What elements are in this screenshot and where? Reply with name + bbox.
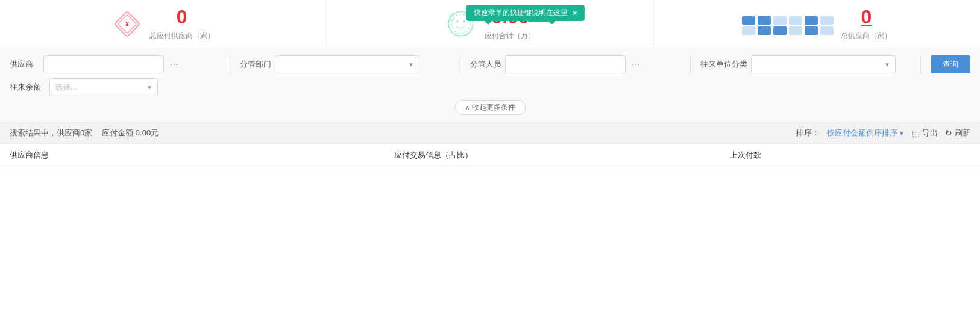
divider-2 [460, 55, 460, 73]
payable-suppliers-number: 0 [177, 7, 187, 28]
tooltip-bubble: 快速录单的快捷键说明在这里 × [466, 5, 585, 21]
refresh-btn[interactable]: ↻ 刷新 [945, 128, 970, 138]
unit-category-chevron-icon: ▼ [884, 61, 890, 68]
empty-table-area [0, 167, 980, 310]
balance-placeholder: 选择... [55, 82, 77, 93]
supplier-filter: 供应商 ··· [10, 55, 220, 73]
col-transaction-header: 应付交易信息（占比） [394, 150, 730, 161]
filter-section: 供应商 ··· 分管部门 ▼ 分管人员 ··· 往来单位分类 ▼ [0, 48, 980, 123]
total-suppliers-item: 0 总供应商（家） [654, 0, 980, 48]
payable-total-label: 应付合计（万） [485, 31, 535, 41]
col-supplier-info-header: 供应商信息 [10, 150, 394, 161]
sort-label: 排序： [796, 128, 820, 138]
export-icon: ⬚ [912, 128, 920, 138]
supplier-label: 供应商 [10, 59, 40, 70]
results-bar: 搜索结果中，供应商0家 应付金额 0.00元 排序： 按应付会额倒序排序 ▼ ⬚… [0, 123, 980, 144]
svg-point-6 [463, 20, 466, 23]
total-suppliers-label: 总供应商（家） [841, 31, 891, 41]
supplier-dots-btn[interactable]: ··· [170, 59, 178, 70]
results-actions: 排序： 按应付会额倒序排序 ▼ ⬚ 导出 ↻ 刷新 [796, 128, 970, 138]
filter-row-1: 供应商 ··· 分管部门 ▼ 分管人员 ··· 往来单位分类 ▼ [10, 55, 970, 73]
collapse-btn-label: 收起更多条件 [472, 102, 515, 113]
query-button[interactable]: 查询 [931, 55, 970, 73]
tooltip-close-btn[interactable]: × [573, 8, 577, 17]
sort-chevron-icon: ▼ [899, 130, 905, 137]
payable-amount: 应付金额 0.00元 [102, 128, 159, 138]
supplier-input[interactable] [43, 55, 164, 73]
collapse-btn[interactable]: ∧ 收起更多条件 [455, 100, 526, 115]
sort-value: 按应付会额倒序排序 [827, 128, 897, 138]
dept-select[interactable]: ▼ [275, 55, 419, 73]
balance-label: 往来余额 [10, 82, 46, 93]
collapse-more-area: ∧ 收起更多条件 [10, 100, 970, 115]
divider-3 [690, 55, 691, 73]
refresh-label: 刷新 [955, 128, 970, 138]
blue-boxes-icon [742, 16, 834, 25]
total-payable-suppliers-item: ¥ 0 总应付供应商（家） [0, 0, 327, 48]
diamond-icon: ¥ [112, 9, 142, 39]
person-label: 分管人员 [470, 59, 501, 70]
collapse-chevron-icon: ∧ [465, 104, 470, 111]
divider-1 [230, 55, 230, 73]
unit-category-select[interactable]: ▼ [751, 55, 896, 73]
payable-suppliers-label: 总应付供应商（家） [149, 31, 215, 41]
payable-total-item: 0.00 应付合计（万） 快速录单的快捷键说明在这里 × [327, 0, 653, 48]
svg-text:¥: ¥ [125, 21, 129, 28]
export-btn[interactable]: ⬚ 导出 [912, 128, 938, 138]
unit-category-filter: 往来单位分类 ▼ [700, 55, 911, 73]
total-suppliers-number: 0 [861, 7, 872, 28]
person-input[interactable] [505, 55, 626, 73]
results-info: 搜索结果中，供应商0家 应付金额 0.00元 [10, 128, 159, 138]
dept-label: 分管部门 [240, 59, 271, 70]
svg-point-5 [457, 20, 459, 23]
refresh-icon: ↻ [945, 128, 952, 138]
table-header: 供应商信息 应付交易信息（占比） 上次付款 [0, 144, 980, 167]
suppliers-count: 搜索结果中，供应商0家 [10, 128, 92, 138]
summary-bar: ¥ 0 总应付供应商（家） 0.00 应付合计（万） 快速录单的 [0, 0, 980, 48]
dept-chevron-icon: ▼ [408, 61, 414, 68]
person-filter: 分管人员 ··· [470, 55, 680, 73]
filter-row-2: 往来余额 选择... ▼ [10, 78, 970, 96]
dept-filter: 分管部门 ▼ [240, 55, 450, 73]
export-label: 导出 [922, 128, 938, 138]
col-last-payment-header: 上次付款 [730, 150, 970, 161]
sort-select[interactable]: 按应付会额倒序排序 ▼ [827, 128, 905, 138]
balance-select[interactable]: 选择... ▼ [49, 78, 158, 96]
balance-chevron-icon: ▼ [146, 84, 152, 91]
tooltip-text: 快速录单的快捷键说明在这里 [474, 8, 568, 18]
divider-4 [920, 55, 921, 73]
unit-category-label: 往来单位分类 [700, 59, 747, 70]
person-dots-btn[interactable]: ··· [632, 59, 639, 70]
